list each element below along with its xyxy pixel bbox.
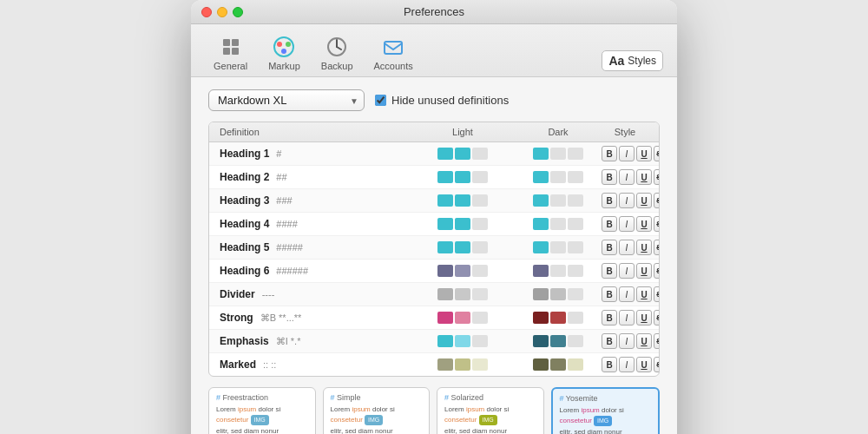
swatch[interactable]	[533, 194, 549, 207]
swatch[interactable]	[472, 265, 488, 277]
swatch[interactable]	[455, 358, 470, 371]
swatch[interactable]	[533, 265, 549, 277]
bold-button[interactable]: B	[602, 193, 617, 208]
swatch[interactable]	[437, 218, 453, 230]
swatch[interactable]	[437, 148, 453, 160]
underline-button[interactable]: U	[636, 310, 652, 326]
underline-button[interactable]: U	[636, 286, 652, 302]
swatch[interactable]	[550, 148, 566, 160]
swatch[interactable]	[455, 171, 470, 183]
swatch[interactable]	[472, 171, 488, 183]
swatch[interactable]	[550, 265, 566, 277]
bold-button[interactable]: B	[602, 310, 617, 326]
swatch[interactable]	[437, 194, 453, 207]
bold-button[interactable]: B	[602, 216, 617, 232]
swatch[interactable]	[455, 148, 470, 160]
swatch[interactable]	[568, 148, 583, 160]
italic-button[interactable]: I	[619, 263, 635, 279]
theme-card-solarized[interactable]: # Solarized Lorem ipsum dolor si consete…	[437, 387, 544, 434]
swatch[interactable]	[533, 288, 549, 300]
strikethrough-button[interactable]: ST	[654, 240, 660, 255]
bold-button[interactable]: B	[602, 357, 617, 372]
swatch[interactable]	[550, 171, 566, 183]
italic-button[interactable]: I	[619, 193, 635, 208]
swatch[interactable]	[568, 265, 583, 277]
theme-dropdown[interactable]: Markdown XL Markdown Plain Text	[208, 89, 365, 111]
bold-button[interactable]: B	[602, 286, 617, 302]
swatch[interactable]	[568, 358, 583, 371]
swatch[interactable]	[568, 194, 583, 207]
underline-button[interactable]: U	[636, 216, 652, 232]
swatch[interactable]	[455, 218, 470, 230]
swatch[interactable]	[550, 288, 566, 300]
swatch[interactable]	[568, 241, 583, 253]
italic-button[interactable]: I	[619, 216, 635, 232]
swatch[interactable]	[533, 241, 549, 253]
italic-button[interactable]: I	[619, 146, 635, 161]
swatch[interactable]	[472, 288, 488, 300]
hide-unused-checkbox[interactable]	[375, 95, 386, 106]
swatch[interactable]	[437, 288, 453, 300]
underline-button[interactable]: U	[636, 333, 652, 349]
swatch[interactable]	[533, 312, 549, 324]
strikethrough-button[interactable]: ST	[654, 310, 660, 326]
strikethrough-button[interactable]: ST	[654, 286, 660, 302]
swatch[interactable]	[550, 335, 566, 347]
swatch[interactable]	[455, 335, 470, 347]
swatch[interactable]	[533, 148, 549, 160]
swatch[interactable]	[437, 358, 453, 371]
bold-button[interactable]: B	[602, 240, 617, 255]
swatch[interactable]	[472, 194, 488, 207]
theme-card-yosemite[interactable]: # Yosemite Lorem ipsum dolor si consetet…	[551, 387, 661, 434]
strikethrough-button[interactable]: ST	[654, 357, 660, 372]
theme-card-simple[interactable]: # Simple Lorem ipsum dolor si consetetur…	[323, 387, 431, 434]
swatch[interactable]	[550, 358, 566, 371]
bold-button[interactable]: B	[602, 146, 617, 161]
italic-button[interactable]: I	[619, 310, 635, 326]
maximize-button[interactable]	[233, 7, 243, 17]
toolbar-item-markup[interactable]: Markup	[260, 31, 309, 76]
italic-button[interactable]: I	[619, 240, 635, 255]
hide-unused-label[interactable]: Hide unused definitions	[375, 94, 509, 107]
swatch[interactable]	[472, 218, 488, 230]
swatch[interactable]	[437, 335, 453, 347]
swatch[interactable]	[533, 335, 549, 347]
bold-button[interactable]: B	[602, 333, 617, 349]
swatch[interactable]	[533, 218, 549, 230]
swatch[interactable]	[472, 335, 488, 347]
toolbar-item-general[interactable]: General	[205, 31, 256, 76]
underline-button[interactable]: U	[636, 169, 652, 185]
swatch[interactable]	[472, 241, 488, 253]
minimize-button[interactable]	[217, 7, 227, 17]
swatch[interactable]	[550, 194, 566, 207]
underline-button[interactable]: U	[636, 263, 652, 279]
italic-button[interactable]: I	[619, 286, 635, 302]
swatch[interactable]	[472, 312, 488, 324]
swatch[interactable]	[437, 241, 453, 253]
italic-button[interactable]: I	[619, 169, 635, 185]
close-button[interactable]	[201, 7, 212, 17]
swatch[interactable]	[533, 171, 549, 183]
strikethrough-button[interactable]: ST	[654, 169, 660, 185]
swatch[interactable]	[455, 194, 470, 207]
swatch[interactable]	[437, 312, 453, 324]
strikethrough-button[interactable]: ST	[654, 193, 660, 208]
underline-button[interactable]: U	[636, 240, 652, 255]
italic-button[interactable]: I	[619, 357, 635, 372]
swatch[interactable]	[568, 335, 583, 347]
theme-card-freestraction[interactable]: # Freestraction Lorem ipsum dolor si con…	[208, 387, 316, 434]
bold-button[interactable]: B	[602, 263, 617, 279]
swatch[interactable]	[550, 218, 566, 230]
underline-button[interactable]: U	[636, 193, 652, 208]
swatch[interactable]	[472, 358, 488, 371]
toolbar-item-accounts[interactable]: Accounts	[365, 31, 422, 76]
strikethrough-button[interactable]: ST	[654, 263, 660, 279]
swatch[interactable]	[568, 312, 583, 324]
swatch[interactable]	[455, 312, 470, 324]
swatch[interactable]	[550, 241, 566, 253]
strikethrough-button[interactable]: ST	[654, 333, 660, 349]
swatch[interactable]	[550, 312, 566, 324]
swatch[interactable]	[533, 358, 549, 371]
swatch[interactable]	[437, 265, 453, 277]
swatch[interactable]	[568, 288, 583, 300]
